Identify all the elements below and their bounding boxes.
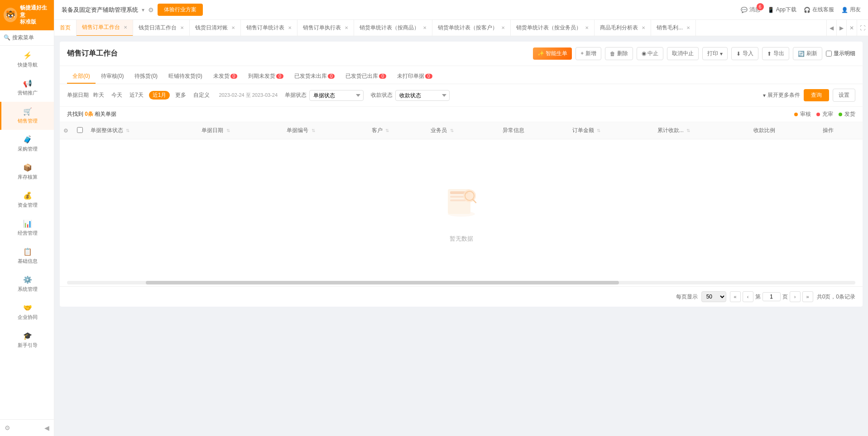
sort-icon[interactable]: ⇅ [226,128,230,133]
tab-sales-order[interactable]: 销售订单工作台 ✕ [77,20,133,36]
sub-tab-wangpu[interactable]: 旺铺待发货(0) [163,70,208,84]
sidebar-item-operations[interactable]: 📊 经营管理 [0,214,54,242]
print-btn[interactable]: 打印 ▾ [702,47,728,60]
tab-close-icon[interactable]: ✕ [501,25,505,30]
app-download-btn[interactable]: 📱 App下载 [767,6,796,14]
tab-sales-stat-customer[interactable]: 销货单统计表（按客户） ✕ [432,20,511,36]
sidebar-item-sales[interactable]: 🛒 销售管理 [0,102,54,130]
tab-close-all-btn[interactable]: ✕ [846,20,857,36]
stop-btn[interactable]: ◉ 中止 [637,47,663,60]
sort-icon[interactable]: ⇅ [126,128,129,133]
tab-sales-exec[interactable]: 销售订单执行表 ✕ [297,20,354,36]
tab-close-icon[interactable]: ✕ [423,25,427,30]
sidebar-item-guide[interactable]: 🎓 新手引导 [0,326,54,354]
sort-icon[interactable]: ⇅ [450,128,454,133]
sub-tab-overdue[interactable]: 到期未发货0 [243,70,289,84]
status-select[interactable]: 单据状态 [309,90,364,101]
horizontal-scrollbar[interactable] [67,281,855,284]
review-action[interactable]: 审核 [794,110,811,118]
tab-close-icon[interactable]: ✕ [585,25,589,30]
show-detail-toggle[interactable]: 显示明细 [826,50,855,57]
collapse-icon[interactable]: ◀ [44,424,49,431]
tab-sales-stat-product[interactable]: 销货单统计表（按商品） ✕ [354,20,432,36]
page-first-btn[interactable]: « [730,291,741,302]
sidebar-item-corp[interactable]: 🤝 企业协同 [0,298,54,326]
date-opt-custom[interactable]: 自定义 [192,90,211,100]
sidebar-item-finance[interactable]: 💰 资金管理 [0,186,54,214]
sidebar-item-marketing[interactable]: 📢 营销推广 [0,74,54,102]
page-prev-btn[interactable]: ‹ [743,291,753,302]
sub-tab-all[interactable]: 全部(0) [67,70,96,84]
sort-icon[interactable]: ⇅ [686,128,690,133]
select-all-checkbox[interactable] [77,127,83,133]
tab-close-icon[interactable]: ✕ [642,25,645,30]
user-btn[interactable]: 👤 用友 [841,6,861,14]
date-opt-today[interactable]: 今天 [110,90,124,100]
tab-cash-daily[interactable]: 钱货日清工作台 ✕ [133,20,190,36]
tab-scroll-left-btn[interactable]: ◀ [826,20,836,36]
expand-more-btn[interactable]: ▾ 展开更多条件 [763,91,800,99]
sub-tab-shipped-not-outbound[interactable]: 已发货未出库0 [289,70,340,84]
scrollbar-wrapper [60,279,863,286]
sort-icon[interactable]: ⇅ [312,128,315,133]
sub-tab-pending-review[interactable]: 待审核(0) [96,70,129,84]
sidebar-item-system[interactable]: ⚙️ 系统管理 [0,270,54,298]
payment-select[interactable]: 收款状态 [395,90,450,101]
scrollbar-thumb[interactable] [146,281,619,284]
tab-cash-reconcile[interactable]: 钱货日清对账 ✕ [190,20,241,36]
page-last-btn[interactable]: » [802,291,813,302]
sort-icon[interactable]: ⇅ [385,128,389,133]
sub-tab-not-printed[interactable]: 未打印单据0 [392,70,438,84]
tab-close-icon[interactable]: ✕ [288,25,292,30]
date-opt-yesterday[interactable]: 昨天 [91,90,106,100]
sidebar-item-quick-nav[interactable]: ⚡ 快捷导航 [0,46,54,74]
sort-icon[interactable]: ⇅ [597,128,600,133]
query-btn[interactable]: 查询 [804,89,829,101]
unreviewed-action[interactable]: 充审 [816,110,833,118]
set-filter-btn[interactable]: 设置 [833,89,855,102]
tab-scroll-right-btn[interactable]: ▶ [836,20,846,36]
tab-close-icon[interactable]: ✕ [124,25,127,30]
search-menu[interactable]: 🔍 搜索菜单 [0,30,54,46]
export-btn[interactable]: ⬆ 导出 [762,47,789,60]
cancel-stop-btn[interactable]: 取消中止 [667,47,699,60]
tab-fullscreen-btn[interactable]: ⛶ [857,20,868,36]
online-service-btn[interactable]: 🎧 在线客服 [804,6,834,14]
sub-tab-not-shipped[interactable]: 未发货0 [208,70,243,84]
box-icon: 📦 [23,163,32,172]
ship-action[interactable]: 发货 [839,110,855,118]
tab-product-margin[interactable]: 商品毛利分析表 ✕ [595,20,651,36]
tab-home[interactable]: 首页 [54,20,77,36]
tab-sales-more[interactable]: 销售毛利... ✕ [651,20,696,36]
sidebar-item-inventory[interactable]: 📦 库存核算 [0,158,54,186]
tab-close-icon[interactable]: ✕ [345,25,348,30]
tab-sales-stat-staff[interactable]: 销货单统计表（按业务员） ✕ [511,20,595,36]
add-btn[interactable]: + 新增 [575,47,601,60]
refresh-btn[interactable]: 🔄 刷新 [793,47,822,60]
tab-close-icon[interactable]: ✕ [231,25,235,30]
date-opt-1month[interactable]: 近1月 [149,91,170,100]
headset-icon: 🎧 [804,7,810,13]
date-opt-7days[interactable]: 近7天 [128,90,145,100]
column-settings-icon[interactable]: ⚙ [63,128,68,134]
date-opt-more[interactable]: 更多 [173,90,188,100]
sidebar-item-basic[interactable]: 📋 基础信息 [0,242,54,270]
tab-close-icon[interactable]: ✕ [180,25,184,30]
ai-generate-btn[interactable]: ✨ 智能生单 [533,47,572,60]
dropdown-arrow-icon[interactable]: ▾ [142,7,144,13]
import-btn[interactable]: ⬇ 导入 [731,47,758,60]
industry-btn[interactable]: 体验行业方案 [158,4,203,16]
settings-icon[interactable]: ⚙ [5,424,10,431]
message-btn[interactable]: 💬 消息 6 [741,6,760,14]
tab-sales-stat[interactable]: 销售订单统计表 ✕ [241,20,297,36]
page-number-input[interactable] [762,292,781,301]
sub-tab-pending-pickup[interactable]: 待拣货(0) [129,70,163,84]
show-detail-checkbox[interactable] [826,51,832,57]
header-settings-icon[interactable]: ⚙ [148,6,154,14]
sub-tab-shipped-outbound[interactable]: 已发货已出库0 [340,70,392,84]
page-size-select[interactable]: 10 20 50 100 [701,291,726,302]
sidebar-item-purchase[interactable]: 🧳 采购管理 [0,130,54,158]
tab-close-icon[interactable]: ✕ [686,25,690,30]
page-next-btn[interactable]: › [790,291,801,302]
delete-btn[interactable]: 🗑 删除 [605,47,633,60]
